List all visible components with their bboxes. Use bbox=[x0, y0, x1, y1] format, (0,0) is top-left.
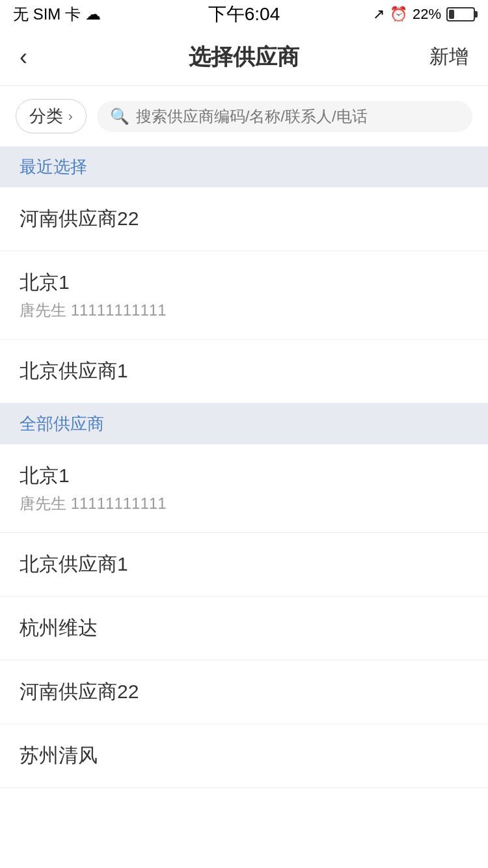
recent-section-label: 最近选择 bbox=[20, 157, 87, 176]
item-name: 苏州清风 bbox=[20, 742, 468, 769]
list-item[interactable]: 杭州维达 bbox=[0, 597, 488, 660]
recent-section-header: 最近选择 bbox=[0, 146, 488, 187]
search-input[interactable] bbox=[136, 107, 459, 126]
item-sub: 唐先生 11111111111 bbox=[20, 300, 468, 321]
item-sub: 唐先生 11111111111 bbox=[20, 493, 468, 514]
status-time: 下午6:04 bbox=[208, 2, 280, 27]
list-item[interactable]: 北京1唐先生 11111111111 bbox=[0, 444, 488, 533]
category-label: 分类 bbox=[29, 105, 63, 128]
item-name: 杭州维达 bbox=[20, 615, 468, 642]
item-name: 北京供应商1 bbox=[20, 551, 468, 578]
item-name: 北京1 bbox=[20, 463, 468, 489]
status-bar: 无 SIM 卡 ☁ 下午6:04 ↗ ⏰ 22% bbox=[0, 0, 488, 29]
battery-percent: 22% bbox=[413, 6, 441, 23]
search-icon: 🔍 bbox=[110, 107, 129, 126]
list-item[interactable]: 北京1唐先生 11111111111 bbox=[0, 251, 488, 340]
location-icon: ↗ bbox=[373, 6, 385, 23]
list-item[interactable]: 河南供应商22 bbox=[0, 660, 488, 724]
item-name: 北京1 bbox=[20, 269, 468, 296]
status-left: 无 SIM 卡 ☁ bbox=[13, 4, 101, 25]
list-item[interactable]: 北京供应商1 bbox=[0, 340, 488, 403]
chevron-right-icon: › bbox=[68, 109, 73, 124]
sim-status: 无 SIM 卡 ☁ bbox=[13, 4, 101, 25]
status-right: ↗ ⏰ 22% bbox=[373, 6, 475, 23]
alarm-icon: ⏰ bbox=[390, 6, 407, 23]
back-button[interactable]: ‹ bbox=[20, 44, 72, 71]
all-section-label: 全部供应商 bbox=[20, 414, 104, 433]
nav-bar: ‹ 选择供应商 新增 bbox=[0, 29, 488, 86]
search-box: 🔍 bbox=[97, 101, 472, 132]
all-section-header: 全部供应商 bbox=[0, 403, 488, 444]
add-button[interactable]: 新增 bbox=[416, 44, 468, 70]
item-name: 河南供应商22 bbox=[20, 206, 468, 232]
list-item[interactable]: 苏州清风 bbox=[0, 724, 488, 788]
category-button[interactable]: 分类 › bbox=[16, 99, 87, 133]
all-list: 北京1唐先生 11111111111北京供应商1杭州维达河南供应商22苏州清风 bbox=[0, 444, 488, 788]
page-title: 选择供应商 bbox=[189, 42, 299, 72]
list-item[interactable]: 河南供应商22 bbox=[0, 187, 488, 251]
item-name: 北京供应商1 bbox=[20, 358, 468, 385]
filter-bar: 分类 › 🔍 bbox=[0, 86, 488, 146]
list-item[interactable]: 北京供应商1 bbox=[0, 533, 488, 597]
recent-list: 河南供应商22北京1唐先生 11111111111北京供应商1 bbox=[0, 187, 488, 403]
battery-icon bbox=[446, 7, 475, 21]
item-name: 河南供应商22 bbox=[20, 679, 468, 705]
